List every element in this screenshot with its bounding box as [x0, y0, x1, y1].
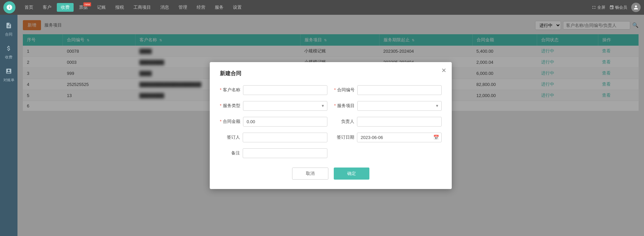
new-badge: new — [83, 2, 91, 6]
sidebar-item-billing[interactable]: 收费 — [0, 41, 17, 64]
nav-home[interactable]: 首页 — [21, 3, 37, 12]
sidebar-label-contract: 合同 — [5, 32, 12, 37]
input-responsible[interactable] — [357, 117, 442, 127]
main-layout: 合同 收费 对账单 新增 服务项目 进行中 已完成 已终止 — [0, 15, 644, 236]
nav-items: 首页 客户 收费 票据 new 记账 报税 工商项目 消息 管理 经营 服务 设… — [21, 3, 592, 12]
form-group-note: 备注 — [220, 148, 327, 158]
modal-close-button[interactable]: ✕ — [441, 67, 446, 74]
label-service-item: 服务项目 — [334, 103, 355, 109]
input-sign-date[interactable] — [357, 133, 442, 142]
nav-settings[interactable]: 设置 — [229, 3, 246, 12]
input-customer[interactable] — [243, 85, 327, 95]
modal-title: 新建合同 — [220, 70, 442, 77]
form-row-5: 备注 — [220, 148, 442, 158]
nav-service[interactable]: 服务 — [211, 3, 228, 12]
nav-right: 全屏 畅会员 — [592, 3, 641, 12]
fullscreen-button[interactable]: 全屏 — [592, 5, 605, 10]
form-group-signer: 签订人 — [220, 133, 327, 142]
form-group-service-item: 服务项目 ▼ — [334, 101, 442, 111]
label-note: 备注 — [220, 150, 240, 156]
select-service-type[interactable] — [243, 101, 327, 111]
form-group-service-type: 服务类型 ▼ — [220, 101, 327, 111]
label-sign-date: 签订日期 — [334, 134, 354, 140]
input-contract-no[interactable] — [357, 85, 442, 95]
label-responsible: 负责人 — [334, 119, 354, 125]
modal: ✕ 新建合同 客户名称 合同编号 服务类型 — [210, 62, 452, 189]
content-area: 新增 服务项目 进行中 已完成 已终止 🔍 序号 合同编号 ⇅ 客户名称 ⇅ 服… — [17, 15, 644, 236]
contract-icon — [5, 22, 12, 31]
label-service-type: 服务类型 — [220, 103, 240, 109]
sidebar: 合同 收费 对账单 — [0, 15, 17, 236]
member-button[interactable]: 畅会员 — [609, 5, 627, 10]
form-group-contract-no: 合同编号 — [334, 85, 442, 95]
service-type-wrapper: ▼ — [243, 101, 327, 111]
avatar[interactable] — [631, 3, 641, 12]
form-group-sign-date: 签订日期 📅 — [334, 133, 442, 142]
form-group-customer: 客户名称 — [220, 85, 327, 95]
input-signer[interactable] — [243, 133, 327, 142]
label-amount: 合同金额 — [220, 119, 240, 125]
date-input-wrapper: 📅 — [357, 133, 442, 142]
form-row-3: 合同金额 负责人 — [220, 117, 442, 127]
statement-icon — [5, 68, 12, 76]
service-item-wrapper: ▼ — [357, 101, 442, 111]
cancel-button[interactable]: 取消 — [292, 168, 328, 180]
logo[interactable] — [3, 1, 15, 13]
sidebar-item-statement[interactable]: 对账单 — [0, 64, 17, 87]
label-customer: 客户名称 — [220, 87, 240, 93]
nav-manage[interactable]: 管理 — [174, 3, 191, 12]
form-group-responsible: 负责人 — [334, 117, 442, 127]
nav-message[interactable]: 消息 — [156, 3, 173, 12]
nav-customer[interactable]: 客户 — [39, 3, 55, 12]
nav-invoice[interactable]: 票据 new — [75, 3, 92, 12]
label-signer: 签订人 — [220, 134, 240, 140]
confirm-button[interactable]: 确定 — [334, 168, 369, 180]
sidebar-item-contract[interactable]: 合同 — [0, 18, 17, 41]
select-service-item[interactable] — [357, 101, 442, 111]
form-row-4: 签订人 签订日期 📅 — [220, 133, 442, 142]
sidebar-label-statement: 对账单 — [3, 78, 14, 83]
nav-operation[interactable]: 经营 — [193, 3, 209, 12]
nav-tax[interactable]: 报税 — [111, 3, 128, 12]
form-row-1: 客户名称 合同编号 — [220, 85, 442, 95]
input-amount[interactable] — [243, 117, 327, 127]
billing-icon — [5, 45, 12, 53]
nav-bookkeeping[interactable]: 记账 — [93, 3, 110, 12]
modal-footer: 取消 确定 — [220, 168, 442, 180]
sidebar-label-billing: 收费 — [5, 55, 12, 60]
modal-overlay: ✕ 新建合同 客户名称 合同编号 服务类型 — [17, 15, 644, 236]
nav-business[interactable]: 工商项目 — [129, 3, 155, 12]
nav-billing[interactable]: 收费 — [57, 3, 74, 12]
input-note[interactable] — [243, 148, 327, 158]
form-row-2: 服务类型 ▼ 服务项目 — [220, 101, 442, 111]
label-contract-no: 合同编号 — [334, 87, 355, 93]
form-group-amount: 合同金额 — [220, 117, 327, 127]
top-nav: 首页 客户 收费 票据 new 记账 报税 工商项目 消息 管理 经营 服务 设… — [0, 0, 644, 15]
